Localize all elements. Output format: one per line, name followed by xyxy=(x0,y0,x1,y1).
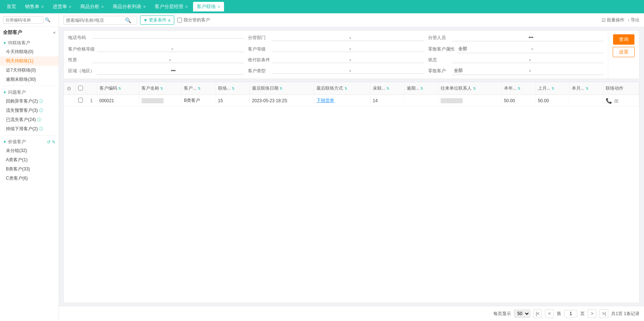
col-type-header[interactable]: 客户... ⇅ xyxy=(182,82,216,95)
nav-analysis-list-close[interactable]: ✕ xyxy=(143,5,146,9)
col-contacts-sort-icon[interactable]: ⇅ xyxy=(232,87,235,90)
col-thisyear-header[interactable]: 本年... ⇅ xyxy=(501,82,535,95)
prev-page-btn[interactable]: < xyxy=(545,309,554,318)
table-body: 1 000021 B类客户 15 2023-05-23 18:25: 下销货单 … xyxy=(64,95,639,107)
col-lastdate-header[interactable]: 最后联络日期 ⇅ xyxy=(249,82,314,95)
value-refresh-icon[interactable]: ↺ xyxy=(47,139,50,145)
page-size-select[interactable]: 50 xyxy=(514,310,530,318)
col-thismonth-header[interactable]: 本月... ⇅ xyxy=(570,82,603,95)
col-gear-header[interactable]: ⚙ xyxy=(64,82,75,95)
nav-customer-contact-close[interactable]: ✕ xyxy=(217,5,220,9)
filter-dept-select[interactable]: ∨ xyxy=(272,35,423,41)
sidebar-item-week-contact[interactable]: 近7天待联络(0) xyxy=(0,66,59,75)
select-all-checkbox[interactable] xyxy=(78,86,83,90)
col-lastmethod-header[interactable]: 最后联络方式 ⇅ xyxy=(314,82,370,95)
nav-purchase-close[interactable]: ✕ xyxy=(69,5,71,9)
col-name-sort-icon[interactable]: ⇅ xyxy=(160,87,163,90)
value-edit-icon[interactable]: ✎ xyxy=(52,139,56,145)
sidebar-item-declining[interactable]: 持续下滑客户(2) ⓘ xyxy=(0,124,59,134)
row-check[interactable] xyxy=(75,95,86,107)
toolbar-search-input[interactable] xyxy=(66,18,125,23)
col-unitcontact-sort-icon[interactable]: ⇅ xyxy=(473,87,476,90)
batch-op-btn[interactable]: ☑ 批量操作 xyxy=(602,17,624,23)
col-uncontacted-header[interactable]: 未联... ⇅ xyxy=(370,82,404,95)
nav-purchase[interactable]: 进货单 ✕ xyxy=(49,2,75,11)
sidebar-group-pending[interactable]: ▼ 待联络客户 xyxy=(0,38,59,47)
nav-analysis[interactable]: 商品分析 ✕ xyxy=(77,2,108,11)
col-lastmonth-header[interactable]: 上月... ⇅ xyxy=(535,82,569,95)
col-thisyear-sort-icon[interactable]: ⇅ xyxy=(518,87,521,90)
col-index-header xyxy=(86,82,97,95)
col-actions-header: 联络动作 xyxy=(603,82,639,95)
filter-more-btn[interactable]: ▼ 更多条件 ∧ xyxy=(140,15,174,25)
row-checkbox[interactable] xyxy=(78,98,83,103)
filter-region-select[interactable]: ••• xyxy=(97,68,244,75)
filter-person-select[interactable]: ••• xyxy=(452,34,603,41)
col-lastmethod-sort-icon[interactable]: ⇅ xyxy=(344,87,347,90)
sidebar-item-ungrouped[interactable]: 未分组(32) xyxy=(0,146,59,155)
sidebar-item-class-b[interactable]: B类客户(33) xyxy=(0,165,59,174)
action-phone-icon[interactable]: 📞 xyxy=(606,98,612,104)
nav-customer-contact[interactable]: 客户联络 ✕ xyxy=(193,2,224,11)
nav-home[interactable]: 首页 xyxy=(3,2,20,11)
first-page-btn[interactable]: |< xyxy=(533,309,542,318)
settings-button[interactable]: 设置 xyxy=(613,47,635,57)
nav-sales-close[interactable]: ✕ xyxy=(41,5,44,9)
export-btn[interactable]: ↑ 导出 xyxy=(627,17,640,23)
filter-price-level-select[interactable]: ∨ xyxy=(97,46,244,52)
nav-customer-tier[interactable]: 客户分层经营 ✕ xyxy=(151,2,192,11)
next-page-btn[interactable]: > xyxy=(588,309,596,318)
col-check-header[interactable] xyxy=(75,82,86,95)
nav-analysis-close[interactable]: ✕ xyxy=(101,5,104,9)
sidebar-collapse-icon[interactable]: « xyxy=(53,30,56,35)
col-unitcontact-header[interactable]: 往来单位联系人 ⇅ xyxy=(438,82,501,95)
col-overdue-header[interactable]: 逾期... ⇅ xyxy=(405,82,438,95)
sidebar-item-class-c[interactable]: C类客户(6) xyxy=(0,174,59,183)
nav-sales[interactable]: 销售单 ✕ xyxy=(21,2,48,11)
action-grid-icon[interactable]: ⊞ xyxy=(614,98,619,104)
filter-retail-attr-select[interactable]: 全部 ∨ xyxy=(457,45,603,53)
row-lastmethod[interactable]: 下销货单 xyxy=(314,95,370,107)
col-code-header[interactable]: 客户编码 ⇅ xyxy=(97,82,139,95)
nav-customer-tier-close[interactable]: ✕ xyxy=(185,5,188,9)
filter-nature-select[interactable]: ∨ xyxy=(92,57,244,63)
row-lastmethod-link[interactable]: 下销货单 xyxy=(316,98,334,103)
sidebar-all-customers[interactable]: 全部客户 « xyxy=(0,27,59,38)
col-uncontacted-sort-icon[interactable]: ⇅ xyxy=(386,87,389,90)
gear-icon[interactable]: ⚙ xyxy=(67,86,71,92)
sidebar-group-value[interactable]: ▼ 价值客户 ↺ ✎ xyxy=(0,137,59,146)
filter-customer-type-select[interactable]: ∨ xyxy=(272,68,423,74)
col-lastdate-sort-icon[interactable]: ⇅ xyxy=(280,87,283,90)
sidebar-group-problem[interactable]: ▼ 问题客户 xyxy=(0,87,59,97)
my-customers-checkbox[interactable]: 我分管的客户 xyxy=(177,17,210,23)
sidebar-item-class-a[interactable]: A类客户(1) xyxy=(0,155,59,165)
sidebar-search-input[interactable] xyxy=(3,16,43,24)
col-code-sort-icon[interactable]: ⇅ xyxy=(118,87,121,90)
sidebar-item-overdue-contact[interactable]: 逾期未联络(30) xyxy=(0,75,59,84)
toolbar-search-icon[interactable]: 🔍 xyxy=(125,17,131,23)
col-thismonth-sort-icon[interactable]: ⇅ xyxy=(586,87,589,90)
sidebar-item-tomorrow-contact[interactable]: 明天待联络(1) xyxy=(0,56,59,66)
filter-customer-level-select[interactable]: ∨ xyxy=(272,46,423,52)
filter-payment-select[interactable]: ∨ xyxy=(272,57,423,63)
col-lastmonth-sort-icon[interactable]: ⇅ xyxy=(552,87,554,90)
col-overdue-sort-icon[interactable]: ⇅ xyxy=(420,87,423,90)
sidebar-item-churn-warning[interactable]: 流失预警客户(3) ⓘ xyxy=(0,106,59,115)
sidebar-item-today-contact[interactable]: 今天待联络(0) xyxy=(0,47,59,56)
nav-analysis-list[interactable]: 商品分析列表 ✕ xyxy=(109,2,150,11)
query-button[interactable]: 查询 xyxy=(613,34,634,45)
region-dots-icon[interactable]: ••• xyxy=(171,68,242,73)
sidebar-item-churned[interactable]: 已流失客户(24) ⓘ xyxy=(0,115,59,124)
col-name-header[interactable]: 客户名称 ⇅ xyxy=(139,82,181,95)
col-contacts-header[interactable]: 联络... ⇅ xyxy=(216,82,249,95)
sidebar-item-repurchase[interactable]: 回购异常客户(2) ⓘ xyxy=(0,97,59,106)
person-dots-icon[interactable]: ••• xyxy=(529,35,602,40)
last-page-btn[interactable]: >| xyxy=(599,309,608,318)
filter-phone-input[interactable] xyxy=(92,37,244,39)
my-customers-check[interactable] xyxy=(177,18,182,23)
page-number-input[interactable] xyxy=(564,310,577,317)
col-type-sort-icon[interactable]: ⇅ xyxy=(198,87,201,90)
filter-retail-select[interactable]: 全部 ∨ xyxy=(452,67,603,75)
filter-status-select[interactable]: ∨ xyxy=(452,57,603,63)
sidebar-search-icon[interactable]: 🔍 xyxy=(45,17,50,23)
